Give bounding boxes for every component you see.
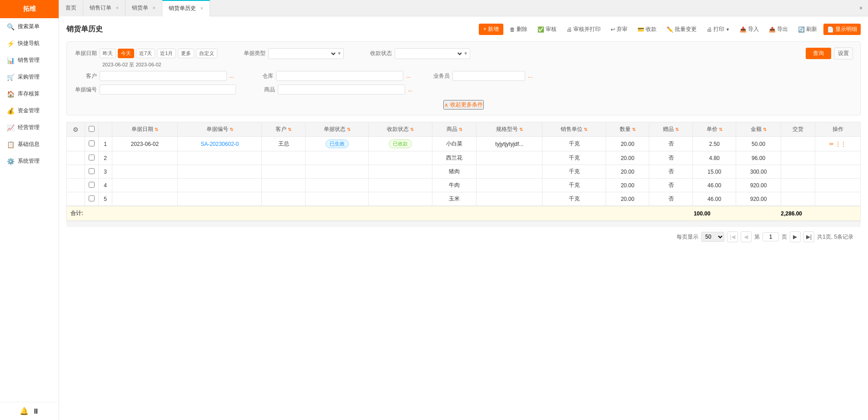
refresh-button[interactable]: 🔄 刷新	[794, 24, 821, 35]
sidebar-item-ops-mgmt[interactable]: 📈 经营管理	[0, 119, 59, 136]
batch-change-button[interactable]: ✏️ 批量变更	[663, 24, 700, 35]
row-checkbox[interactable]	[89, 182, 95, 188]
pause-icon[interactable]: ⏸	[32, 407, 40, 415]
doc-type-select[interactable]	[269, 49, 337, 59]
delete-button[interactable]: 🗑 删除	[506, 24, 531, 35]
salesperson-ellipsis-btn[interactable]: ...	[528, 73, 532, 79]
col-spec-header[interactable]: 规格型号⇅	[477, 122, 542, 137]
page-number-input[interactable]	[763, 232, 779, 241]
warehouse-input[interactable]	[276, 71, 403, 81]
col-product-header[interactable]: 商品⇅	[432, 122, 477, 137]
abandon-button[interactable]: ↩ 弃审	[607, 24, 631, 35]
customer-input[interactable]	[100, 71, 227, 81]
date-btn-custom[interactable]: 自定义	[196, 49, 217, 58]
checkbox-cell[interactable]	[85, 151, 99, 165]
pay-status-cell: 已收款	[369, 137, 432, 151]
action-cell[interactable]	[815, 192, 861, 206]
date-btn-7days[interactable]: 近7天	[136, 49, 155, 58]
collect-button[interactable]: 💳 收款	[634, 24, 660, 35]
doc-no-cell[interactable]	[177, 165, 262, 179]
row-checkbox[interactable]	[89, 195, 95, 201]
docno-sort-icon: ⇅	[230, 127, 233, 132]
date-btn-1month[interactable]: 近1月	[157, 49, 176, 58]
select-all-checkbox[interactable]	[89, 126, 95, 132]
new-button[interactable]: + 新增	[479, 24, 503, 35]
checkbox-cell[interactable]	[85, 179, 99, 192]
date-btn-more[interactable]: 更多	[178, 49, 194, 58]
doc-no-cell[interactable]	[177, 151, 262, 165]
sidebar-item-finance[interactable]: 💰 资金管理	[0, 102, 59, 119]
sidebar-item-purchase-mgmt[interactable]: 🛒 采购管理	[0, 69, 59, 85]
col-gear-header[interactable]: ⚙	[67, 122, 85, 137]
show-detail-button[interactable]: 📄 显示明细	[823, 24, 861, 35]
first-page-btn[interactable]: |◀	[727, 231, 738, 242]
tab-sales-delivery[interactable]: 销货单 ×	[125, 0, 162, 16]
col-docdate-header[interactable]: 单据日期⇅	[112, 122, 178, 137]
row-checkbox[interactable]	[89, 155, 95, 160]
print-button[interactable]: 🖨 打印 ▼	[703, 24, 733, 35]
tab-home[interactable]: 首页	[59, 0, 83, 16]
horizontal-scrollbar[interactable]	[66, 221, 861, 226]
sidebar-item-sales-mgmt[interactable]: 📊 销售管理	[0, 52, 59, 69]
doc-no-cell[interactable]	[177, 179, 262, 192]
col-docno-header[interactable]: 单据编号⇅	[177, 122, 262, 137]
tab-sales-history[interactable]: 销货单历史 ×	[162, 0, 210, 16]
doc-no-cell[interactable]	[177, 192, 262, 206]
warehouse-ellipsis-btn[interactable]: ...	[406, 73, 411, 79]
audit-button[interactable]: ✅ 审核	[534, 24, 560, 35]
import-button[interactable]: 📥 导入	[736, 24, 763, 35]
doc-no-input[interactable]	[100, 85, 236, 95]
last-page-btn[interactable]: ▶|	[803, 231, 814, 242]
customer-ellipsis-btn[interactable]: ...	[230, 73, 234, 79]
tab-sales-order-close[interactable]: ×	[116, 5, 119, 10]
col-salesunit-header[interactable]: 销售单位⇅	[542, 122, 606, 137]
notification-icon[interactable]: 🔔	[20, 407, 29, 415]
more-action-btn[interactable]: ⋮⋮	[835, 141, 846, 147]
col-checkbox-header[interactable]	[85, 122, 99, 137]
row-checkbox[interactable]	[89, 140, 95, 146]
sidebar-item-inventory[interactable]: 🏠 库存核算	[0, 85, 59, 102]
action-cell[interactable]	[815, 179, 861, 192]
per-page-select[interactable]: 50 100	[701, 232, 724, 242]
col-qty-header[interactable]: 数量⇅	[606, 122, 649, 137]
product-input[interactable]	[278, 85, 405, 95]
settings-button[interactable]: 设置	[834, 47, 853, 60]
edit-action-btn[interactable]: ✏	[829, 141, 834, 147]
date-btn-today[interactable]: 今天	[118, 49, 134, 58]
col-amount-header[interactable]: 金额⇅	[736, 122, 781, 137]
col-docstatus-header[interactable]: 单据状态⇅	[305, 122, 369, 137]
sidebar-item-basic-info[interactable]: 📋 基础信息	[0, 136, 59, 153]
doc-no-link[interactable]: SA-20230602-0	[201, 141, 239, 147]
filter-product: 商品 ...	[252, 85, 412, 95]
sidebar-item-quick-nav[interactable]: ⚡ 快捷导航	[0, 35, 59, 52]
pay-status-select[interactable]	[395, 49, 463, 59]
tab-sales-delivery-close[interactable]: ×	[153, 5, 156, 10]
checkbox-cell[interactable]	[85, 192, 99, 206]
export-button[interactable]: 📤 导出	[765, 24, 792, 35]
audit-print-button[interactable]: 🖨 审核并打印	[563, 24, 604, 35]
salesperson-input[interactable]	[452, 71, 525, 81]
doc-no-cell[interactable]: SA-20230602-0	[177, 137, 262, 151]
next-page-btn[interactable]: ▶	[790, 231, 801, 242]
prev-page-btn[interactable]: ◀	[741, 231, 752, 242]
checkbox-cell[interactable]	[85, 165, 99, 179]
sidebar-item-sys-mgmt[interactable]: ⚙️ 系统管理	[0, 153, 59, 170]
action-cell[interactable]: ✏ ⋮⋮	[815, 137, 861, 151]
tabs-close-all-button[interactable]: ×	[854, 5, 868, 11]
action-cell[interactable]	[815, 151, 861, 165]
query-button[interactable]: 查询	[806, 48, 831, 59]
col-gift-header[interactable]: 赠品⇅	[649, 122, 692, 137]
tab-sales-order[interactable]: 销售订单 ×	[83, 0, 125, 16]
col-paystatus-header[interactable]: 收款状态⇅	[369, 122, 432, 137]
gear-settings-btn[interactable]: ⚙	[73, 126, 79, 133]
product-ellipsis-btn[interactable]: ...	[408, 86, 412, 93]
tab-sales-history-close[interactable]: ×	[201, 6, 203, 11]
date-btn-yesterday[interactable]: 昨天	[100, 49, 116, 58]
sidebar-item-search-menu[interactable]: 🔍 搜索菜单	[0, 18, 59, 35]
collapse-button[interactable]: ∧ 收起更多条件	[443, 100, 484, 110]
row-checkbox[interactable]	[89, 168, 95, 174]
checkbox-cell[interactable]	[85, 137, 99, 151]
action-cell[interactable]	[815, 165, 861, 179]
col-customer-header[interactable]: 客户⇅	[262, 122, 305, 137]
col-unitprice-header[interactable]: 单价⇅	[692, 122, 736, 137]
